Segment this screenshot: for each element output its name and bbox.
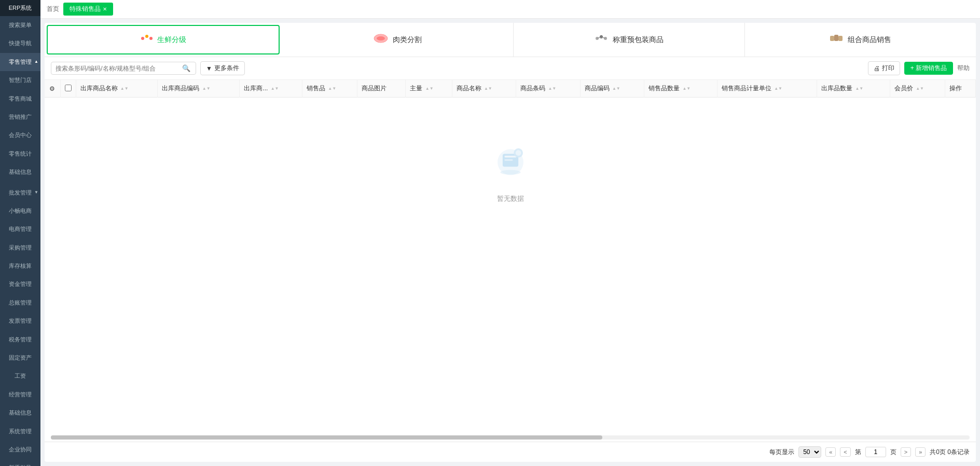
empty-state-icon — [490, 139, 531, 188]
help-button[interactable]: 帮助 — [957, 64, 970, 73]
sidebar: ERP系统 搜索菜单 快捷导航 零售管理 智慧门店 零售商城 营销推广 会员中心… — [0, 0, 40, 466]
topbar-home-link[interactable]: 首页 — [47, 5, 59, 13]
filter-button[interactable]: ▼ 更多条件 — [200, 61, 245, 75]
tab-weight-package-label: 称重预包装商品 — [613, 35, 664, 45]
th-out-name[interactable]: 出库商品名称 ▲▼ — [76, 80, 158, 98]
filter-icon: ▼ — [206, 65, 212, 72]
th-sale-item[interactable]: 销售品 ▲▼ — [302, 80, 357, 98]
printer-icon: 🖨 — [874, 65, 880, 72]
next-page-button[interactable]: > — [901, 447, 911, 457]
tab-meat-cut-label: 肉类分割 — [393, 35, 422, 45]
sidebar-item-wholesale-mgmt[interactable]: 批发管理 — [0, 184, 40, 202]
prev-page-button[interactable]: < — [840, 447, 850, 457]
empty-state: 暂无数据 — [45, 98, 976, 245]
combo-sale-icon — [829, 33, 844, 47]
sidebar-item-quick-nav[interactable]: 快捷导航 — [0, 34, 40, 52]
sidebar-item-ops-mgmt[interactable]: 经营管理 — [0, 386, 40, 404]
svg-point-4 — [377, 36, 385, 40]
sidebar-item-smart-store[interactable]: 智慧门店 — [0, 71, 40, 89]
th-product-name[interactable]: 商品名称 ▲▼ — [452, 80, 516, 98]
empty-state-text: 暂无数据 — [497, 194, 524, 203]
tab-fresh-grade[interactable]: 生鲜分级 — [47, 25, 280, 54]
sidebar-item-retail-mgmt[interactable]: 零售管理 — [0, 53, 40, 71]
top-bar: 首页 特殊销售品 ✕ — [40, 0, 980, 19]
sidebar-item-sales-promo[interactable]: 营销推广 — [0, 108, 40, 126]
search-input[interactable] — [56, 65, 180, 72]
sort-arrows-out-code: ▲▼ — [202, 87, 211, 91]
tab-combo-sale-label: 组合商品销售 — [848, 35, 891, 45]
svg-point-2 — [149, 37, 153, 40]
search-icon[interactable]: 🔍 — [182, 64, 190, 72]
search-box[interactable]: 🔍 — [51, 62, 196, 75]
th-checkbox[interactable] — [60, 80, 76, 98]
first-page-button[interactable]: « — [825, 447, 836, 457]
select-all-checkbox[interactable] — [65, 85, 72, 91]
print-button[interactable]: 🖨 打印 — [868, 61, 900, 75]
sidebar-item-search-menu[interactable]: 搜索菜单 — [0, 16, 40, 34]
app-logo: ERP系统 — [0, 0, 40, 16]
sidebar-item-finance-mgmt[interactable]: 资金管理 — [0, 275, 40, 293]
page-number-input[interactable] — [865, 447, 886, 457]
sidebar-item-invoice-mgmt[interactable]: 发票管理 — [0, 312, 40, 330]
sort-arrows-product-code: ▲▼ — [612, 87, 620, 91]
sort-arrows-out-name: ▲▼ — [120, 87, 129, 91]
sidebar-item-basic-info2[interactable]: 基础信息 — [0, 404, 40, 422]
sidebar-item-new-guide[interactable]: 新手引导 — [0, 459, 40, 466]
sidebar-item-basic-info[interactable]: 基础信息 — [0, 163, 40, 181]
sidebar-item-sys-mgmt[interactable]: 系统管理 — [0, 422, 40, 441]
tab-combo-sale[interactable]: 组合商品销售 — [745, 23, 976, 57]
th-member-price[interactable]: 会员价 ▲▼ — [890, 80, 945, 98]
tab-weight-package[interactable]: 称重预包装商品 — [514, 23, 745, 57]
sort-arrows-sale-qty: ▲▼ — [682, 87, 691, 91]
last-page-button[interactable]: » — [915, 447, 926, 457]
sidebar-item-stock-calc[interactable]: 库存核算 — [0, 257, 40, 275]
category-tabs: 生鲜分级 肉类分割 — [45, 23, 976, 57]
sort-arrows-member-price: ▲▼ — [916, 87, 924, 91]
per-page-label: 每页显示 — [769, 448, 794, 457]
page-prefix: 第 — [855, 448, 861, 457]
scrollbar-thumb[interactable] — [51, 435, 602, 440]
th-out-spec[interactable]: 出库商... ▲▼ — [240, 80, 302, 98]
th-out-qty[interactable]: 出库品数量 ▲▼ — [817, 80, 890, 98]
sidebar-item-member-center[interactable]: 会员中心 — [0, 126, 40, 144]
sidebar-item-fixed-assets[interactable]: 固定资产 — [0, 349, 40, 367]
toolbar: 🔍 ▼ 更多条件 🖨 打印 + 新增销售品 帮助 — [45, 57, 976, 80]
topbar-current-tab[interactable]: 特殊销售品 ✕ — [63, 3, 113, 16]
close-tab-icon[interactable]: ✕ — [103, 6, 107, 12]
sidebar-item-salary[interactable]: 工资 — [0, 367, 40, 385]
total-count: 共0页 0条记录 — [930, 448, 970, 457]
horizontal-scrollbar[interactable] — [51, 435, 970, 440]
sort-arrows-out-spec: ▲▼ — [271, 87, 279, 91]
toolbar-right: 🖨 打印 + 新增销售品 帮助 — [868, 61, 970, 75]
add-product-button[interactable]: + 新增销售品 — [904, 62, 953, 75]
th-sale-qty[interactable]: 销售品数量 ▲▼ — [644, 80, 717, 98]
sidebar-item-ecom-mgmt[interactable]: 电商管理 — [0, 220, 40, 238]
th-settings[interactable]: ⚙ — [45, 80, 60, 98]
sidebar-item-biz-agreement[interactable]: 企业协同 — [0, 441, 40, 459]
sidebar-item-tax-mgmt[interactable]: 税务管理 — [0, 331, 40, 349]
sidebar-item-retail-stats[interactable]: 零售统计 — [0, 145, 40, 163]
tab-meat-cut[interactable]: 肉类分割 — [282, 23, 513, 57]
th-main-unit[interactable]: 主量 ▲▼ — [406, 80, 452, 98]
fresh-grade-icon — [141, 33, 153, 46]
sort-arrows-main-unit: ▲▼ — [425, 87, 434, 91]
th-barcode[interactable]: 商品条码 ▲▼ — [516, 80, 581, 98]
sort-arrows-sale-unit: ▲▼ — [774, 87, 782, 91]
svg-rect-12 — [838, 36, 843, 41]
th-operations: 操作 — [945, 80, 976, 98]
main-content: 首页 特殊销售品 ✕ 生鲜分级 — [40, 0, 980, 466]
th-out-code[interactable]: 出库商品编码 ▲▼ — [158, 80, 240, 98]
svg-rect-10 — [830, 36, 834, 41]
svg-point-1 — [145, 35, 148, 38]
sidebar-item-ledger-mgmt[interactable]: 总账管理 — [0, 294, 40, 312]
sidebar-item-retail-mall[interactable]: 零售商城 — [0, 90, 40, 108]
sidebar-item-purchase-mgmt[interactable]: 采购管理 — [0, 239, 40, 257]
sidebar-item-mini-ecom[interactable]: 小畅电商 — [0, 202, 40, 220]
sort-arrows-barcode: ▲▼ — [548, 87, 556, 91]
svg-point-14 — [500, 170, 520, 175]
th-product-code[interactable]: 商品编码 ▲▼ — [580, 80, 644, 98]
meat-cut-icon — [373, 33, 389, 47]
th-product-img[interactable]: 商品图片 — [357, 80, 406, 98]
th-sale-unit[interactable]: 销售商品计量单位 ▲▼ — [717, 80, 817, 98]
per-page-select[interactable]: 50 — [798, 446, 821, 458]
